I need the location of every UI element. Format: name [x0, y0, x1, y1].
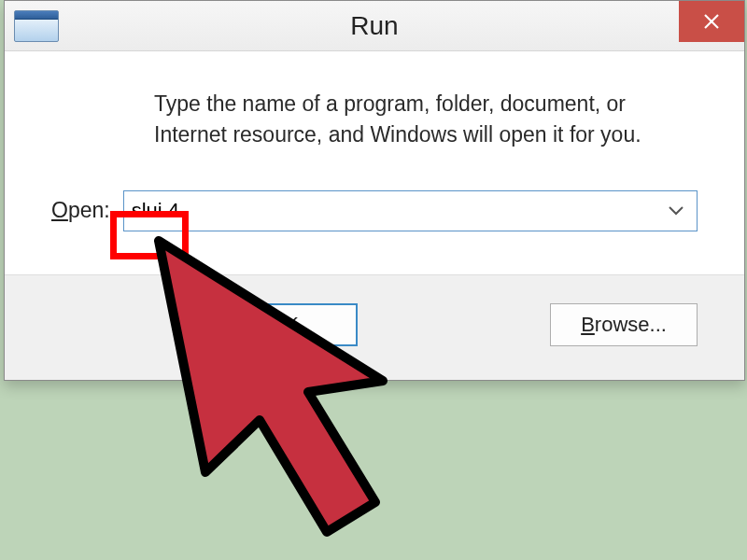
- open-label: Open:: [51, 198, 110, 223]
- run-dialog: Run Type the name of a program, folder, …: [4, 0, 745, 381]
- close-button[interactable]: [679, 1, 744, 42]
- svg-line-0: [705, 15, 718, 28]
- chevron-down-icon[interactable]: [663, 203, 689, 219]
- dialog-title: Run: [350, 11, 398, 41]
- open-input-value: slui 4: [132, 199, 663, 223]
- run-icon: [14, 10, 59, 42]
- button-row: OK Cancel Browse...: [5, 274, 744, 380]
- ok-button[interactable]: OK: [210, 303, 358, 346]
- dialog-body: Type the name of a program, folder, docu…: [5, 51, 744, 250]
- titlebar: Run: [5, 1, 744, 51]
- open-combobox[interactable]: slui 4: [123, 190, 698, 231]
- open-row: Open: slui 4: [51, 190, 698, 231]
- instruction-text: Type the name of a program, folder, docu…: [154, 89, 677, 151]
- svg-line-1: [705, 15, 718, 28]
- close-icon: [703, 13, 720, 30]
- browse-button[interactable]: Browse...: [550, 303, 698, 346]
